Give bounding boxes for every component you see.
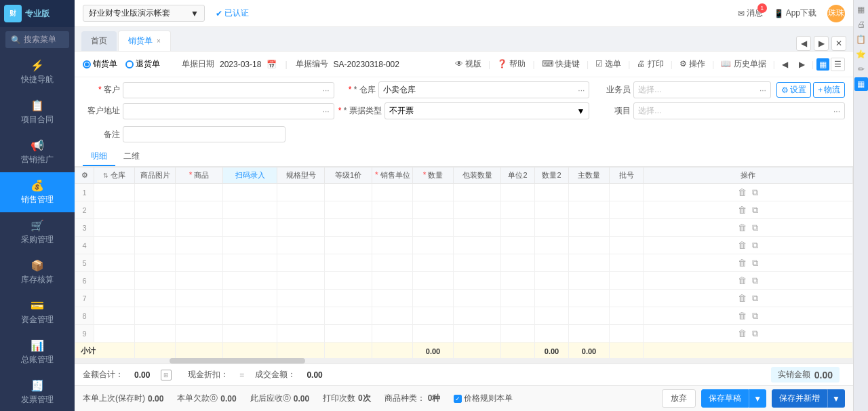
row-qty[interactable]	[413, 325, 454, 342]
row-delete-icon[interactable]: 🗑	[738, 258, 747, 268]
warehouse-input[interactable]: 小卖仓库 ···	[378, 81, 590, 98]
row-product[interactable]	[176, 307, 223, 325]
row-delete-icon[interactable]: 🗑	[738, 222, 747, 233]
tab-prev-btn[interactable]: ◀	[796, 36, 811, 51]
row-barcode[interactable]	[223, 219, 277, 237]
row-product[interactable]	[176, 219, 223, 237]
search-menu[interactable]: 🔍 搜索菜单	[5, 31, 69, 48]
row-spec[interactable]	[277, 272, 325, 290]
right-icon-4[interactable]: ⭐	[854, 47, 868, 61]
row-price1[interactable]	[325, 184, 372, 201]
row-batch[interactable]	[610, 290, 644, 307]
grid-view-btn[interactable]: ▦	[816, 58, 829, 71]
row-copy-icon[interactable]: ⧉	[752, 222, 758, 233]
sidebar-item-invoice[interactable]: 🧾 发票管理	[0, 372, 75, 411]
row-qty2[interactable]	[535, 325, 569, 342]
row-unit[interactable]	[372, 325, 413, 342]
help-btn[interactable]: ❓ 帮助	[493, 57, 530, 71]
row-spec[interactable]	[277, 237, 325, 254]
row-barcode[interactable]	[223, 184, 277, 201]
row-batch[interactable]	[610, 184, 644, 201]
row-qty[interactable]	[413, 272, 454, 290]
row-spec[interactable]	[277, 219, 325, 237]
row-barcode[interactable]	[223, 290, 277, 307]
view-btn[interactable]: 👁 视版	[451, 57, 486, 71]
row-barcode[interactable]	[223, 325, 277, 342]
row-copy-icon[interactable]: ⧉	[752, 293, 758, 303]
row-unit2[interactable]	[501, 290, 535, 307]
row-qty2[interactable]	[535, 254, 569, 272]
save-draft-button[interactable]: 保存草稿	[701, 389, 749, 408]
row-product[interactable]	[176, 237, 223, 254]
row-qty2[interactable]	[535, 201, 569, 219]
set-button[interactable]: ⚙ 设置	[776, 82, 811, 98]
row-main-qty[interactable]	[569, 307, 610, 325]
row-product[interactable]	[176, 254, 223, 272]
sidebar-item-sales[interactable]: 💰 销售管理	[0, 172, 75, 212]
tab-home[interactable]: 首页	[81, 31, 117, 51]
invoice-select[interactable]: 不开票 ▼	[384, 102, 590, 119]
save-new-button[interactable]: 保存并新增	[772, 389, 827, 408]
row-warehouse[interactable]	[94, 307, 135, 325]
row-unit2[interactable]	[501, 272, 535, 290]
radio-return[interactable]: 退货单	[125, 58, 160, 70]
row-spec[interactable]	[277, 254, 325, 272]
row-price1[interactable]	[325, 272, 372, 290]
row-copy-icon[interactable]: ⧉	[752, 187, 758, 197]
row-price1[interactable]	[325, 237, 372, 254]
prev-record-btn[interactable]: ◀	[778, 58, 792, 71]
row-spec[interactable]	[277, 307, 325, 325]
row-product[interactable]	[176, 201, 223, 219]
right-icon-3[interactable]: 📋	[854, 33, 868, 46]
row-unit[interactable]	[372, 219, 413, 237]
tab-2d[interactable]: 二维	[115, 148, 148, 166]
app-download-btn[interactable]: 📱 App下载	[774, 7, 816, 19]
row-main-qty[interactable]	[569, 272, 610, 290]
row-delete-icon[interactable]: 🗑	[738, 328, 747, 338]
row-barcode[interactable]	[223, 254, 277, 272]
tab-detail[interactable]: 明细	[83, 148, 115, 166]
row-batch[interactable]	[610, 201, 644, 219]
th-settings[interactable]: ⚙	[75, 168, 94, 184]
row-pack-qty[interactable]	[454, 201, 501, 219]
row-qty[interactable]	[413, 237, 454, 254]
tab-close-icon[interactable]: ×	[157, 37, 161, 45]
sidebar-item-accounts[interactable]: 📊 总账管理	[0, 332, 75, 372]
row-qty2[interactable]	[535, 219, 569, 237]
row-main-qty[interactable]	[569, 219, 610, 237]
row-qty2[interactable]	[535, 237, 569, 254]
right-icon-2[interactable]: 🖨	[854, 18, 868, 31]
row-pack-qty[interactable]	[454, 290, 501, 307]
row-qty2[interactable]	[535, 184, 569, 201]
row-delete-icon[interactable]: 🗑	[738, 205, 747, 215]
row-delete-icon[interactable]: 🗑	[738, 311, 747, 321]
row-warehouse[interactable]	[94, 237, 135, 254]
row-main-qty[interactable]	[569, 254, 610, 272]
project-dots[interactable]: ···	[833, 106, 840, 116]
row-unit[interactable]	[372, 237, 413, 254]
row-copy-icon[interactable]: ⧉	[752, 311, 758, 321]
row-qty2[interactable]	[535, 307, 569, 325]
row-unit[interactable]	[372, 254, 413, 272]
project-input[interactable]: 选择... ···	[633, 102, 845, 119]
next-record-btn[interactable]: ▶	[795, 58, 809, 71]
print-btn[interactable]: 🖨 打印	[633, 57, 667, 71]
row-batch[interactable]	[610, 219, 644, 237]
ops-btn[interactable]: ⚙ 操作	[675, 57, 709, 71]
row-qty[interactable]	[413, 201, 454, 219]
customer-dots[interactable]: ···	[323, 85, 330, 95]
row-unit2[interactable]	[501, 307, 535, 325]
row-qty[interactable]	[413, 307, 454, 325]
shortcut-btn[interactable]: ⌨ 快捷键	[538, 57, 584, 71]
row-spec[interactable]	[277, 325, 325, 342]
save-draft-arrow[interactable]: ▼	[749, 389, 766, 408]
row-qty2[interactable]	[535, 272, 569, 290]
address-dots[interactable]: ···	[323, 106, 330, 116]
row-price1[interactable]	[325, 307, 372, 325]
tab-close-all-btn[interactable]: ✕	[831, 36, 846, 51]
row-unit2[interactable]	[501, 184, 535, 201]
staff-dots[interactable]: ···	[760, 85, 766, 95]
sidebar-item-funds[interactable]: 💳 资金管理	[0, 292, 75, 332]
th-barcode[interactable]: 扫码录入	[223, 168, 277, 184]
row-unit2[interactable]	[501, 201, 535, 219]
